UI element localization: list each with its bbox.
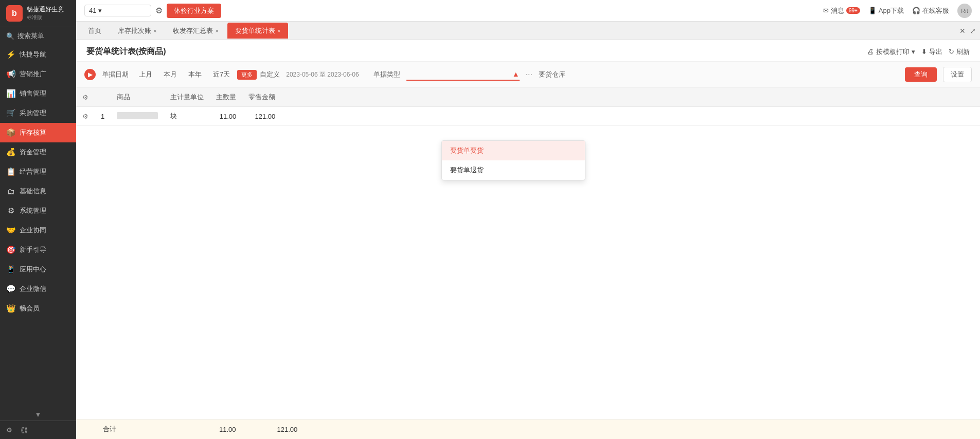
sidebar-item-inventory[interactable]: 📦库存核算 [0, 123, 76, 142]
sidebar: b 畅捷通好生意 标准版 🔍 搜索菜单 ⚡快捷导航📢营销推广📊销售管理🛒采购管理… [0, 0, 76, 439]
date-btn-this-year[interactable]: 本年 [184, 68, 206, 81]
more-filter-btn[interactable]: ··· [526, 70, 532, 79]
query-button[interactable]: 查询 [905, 67, 937, 82]
nav-label-basic: 基础信息 [20, 187, 46, 196]
tab-label-receive-summary: 收发存汇总表 [173, 26, 213, 35]
date-btn-last-7-days[interactable]: 近7天 [209, 68, 234, 81]
nav-label-wechat: 企业微信 [20, 284, 46, 294]
date-btn-hot[interactable]: 更多 [237, 70, 257, 80]
settings-icon[interactable]: ⚙ [6, 426, 12, 434]
footer-quantity: 11.00 [219, 426, 236, 433]
sidebar-nav: ⚡快捷导航📢营销推广📊销售管理🛒采购管理📦库存核算💰资金管理📋经营管理🗂基础信息… [0, 45, 76, 409]
nav-label-inventory: 库存核算 [20, 128, 46, 137]
footer-total-label: 合计 [82, 425, 116, 434]
sidebar-item-operations[interactable]: 📋经营管理 [0, 162, 76, 181]
nav-label-finance: 资金管理 [20, 148, 46, 157]
sidebar-item-shortcuts[interactable]: ⚡快捷导航 [0, 45, 76, 64]
row-amount-0: 121.00 [242, 107, 281, 126]
trial-button[interactable]: 体验行业方案 [167, 4, 221, 18]
sidebar-item-sales[interactable]: 📊销售管理 [0, 84, 76, 103]
sidebar-item-basic[interactable]: 🗂基础信息 [0, 181, 76, 201]
row-product-0 [111, 107, 164, 126]
sidebar-footer: ⚙ ⟪⟫ [0, 420, 76, 439]
col-unit: 主计量单位 [164, 88, 210, 107]
collapse-icon[interactable]: ⟪⟫ [21, 426, 28, 434]
col-index [95, 88, 111, 107]
nav-icon-basic: 🗂 [6, 187, 15, 196]
col-settings[interactable]: ⚙ [76, 88, 95, 107]
sidebar-search[interactable]: 🔍 搜索菜单 [0, 27, 76, 45]
tab-home[interactable]: 首页 [80, 23, 109, 39]
sidebar-item-wechat[interactable]: 💬企业微信 [0, 279, 76, 299]
date-btn-prev-month[interactable]: 上月 [135, 68, 156, 81]
app-download-label: App下载 [879, 6, 904, 15]
tab-stock-batch[interactable]: 库存批次账 × [110, 23, 164, 39]
export-icon: ⬇ [921, 48, 927, 56]
date-btn-this-month[interactable]: 本月 [159, 68, 181, 81]
sidebar-item-finance[interactable]: 💰资金管理 [0, 142, 76, 162]
tab-order-summary[interactable]: 要货单统计表 × [227, 23, 288, 39]
topbar-right: ✉ 消息 99+ 📱 App下载 🎧 在线客服 Rit [823, 4, 972, 18]
sidebar-item-apps[interactable]: 📱应用中心 [0, 260, 76, 279]
tenant-selector[interactable]: 41 ▾ [84, 5, 151, 16]
row-quantity-0: 11.00 [210, 107, 242, 126]
logo-icon: b [6, 5, 23, 22]
tab-close-order-summary[interactable]: × [277, 28, 280, 34]
row-settings-0[interactable]: ⚙ [76, 107, 95, 126]
app-download-icon: 📱 [868, 7, 877, 14]
sidebar-item-purchase[interactable]: 🛒采购管理 [0, 103, 76, 123]
expand-filter-button[interactable]: ▶ [84, 69, 96, 80]
export-button[interactable]: ⬇ 导出 [921, 47, 942, 57]
date-range-display: 2023-05-06 至 2023-06-06 [286, 70, 359, 79]
sidebar-item-vip[interactable]: 👑畅会员 [0, 299, 76, 318]
data-table: ⚙ 商品 主计量单位 主数量 零售金额 ⚙ 1 块 11.00 121.00 [76, 88, 980, 126]
topbar: 41 ▾ ⚙ 体验行业方案 ✉ 消息 99+ 📱 App下载 🎧 在线客服 Ri… [76, 0, 980, 22]
col-spacer [281, 88, 980, 107]
nav-icon-enterprise: 🤝 [6, 226, 15, 235]
date-custom-btn[interactable]: 自定义 [260, 70, 280, 79]
table-row: ⚙ 1 块 11.00 121.00 [76, 107, 980, 126]
tab-close-stock-batch[interactable]: × [153, 28, 156, 34]
tenant-dropdown-icon: ▾ [98, 7, 102, 14]
nav-label-enterprise: 企业协同 [20, 226, 46, 235]
nav-icon-wechat: 💬 [6, 284, 15, 294]
nav-icon-apps: 📱 [6, 265, 15, 274]
date-filter-group: 上月 本月 本年 近7天 更多 自定义 [135, 68, 280, 81]
nav-label-marketing: 营销推广 [20, 69, 46, 79]
filter-bar: ▶ 单据日期 上月 本月 本年 近7天 更多 自定义 2023-05-06 至 … [76, 62, 980, 88]
dropdown-item-purchase-order[interactable]: 要货单要货 [442, 141, 585, 160]
sidebar-item-marketing[interactable]: 📢营销推广 [0, 64, 76, 84]
user-avatar[interactable]: Rit [957, 4, 972, 18]
print-button[interactable]: 🖨 按模板打印 ▾ [867, 47, 915, 57]
support-item[interactable]: 🎧 在线客服 [912, 6, 949, 15]
nav-icon-operations: 📋 [6, 167, 15, 176]
tab-receive-summary[interactable]: 收发存汇总表 × [165, 23, 226, 39]
sidebar-scroll-down[interactable]: ▼ [0, 409, 76, 420]
tenant-name: 41 [89, 7, 96, 14]
tab-label-home: 首页 [88, 26, 101, 35]
app-download-item[interactable]: 📱 App下载 [868, 6, 904, 15]
tab-close-receive-summary[interactable]: × [215, 28, 218, 34]
dropdown-item-purchase-return[interactable]: 要货单退货 [442, 160, 585, 180]
refresh-button[interactable]: ↻ 刷新 [949, 47, 970, 57]
nav-label-guide: 新手引导 [20, 245, 46, 254]
sidebar-item-guide[interactable]: 🎯新手引导 [0, 240, 76, 260]
nav-label-shortcuts: 快捷导航 [20, 50, 46, 59]
messages-label: 消息 [831, 6, 844, 15]
table-header-row: ⚙ 商品 主计量单位 主数量 零售金额 [76, 88, 980, 107]
support-icon: 🎧 [912, 7, 920, 14]
nav-label-operations: 经营管理 [20, 167, 46, 176]
sidebar-item-enterprise[interactable]: 🤝企业协同 [0, 221, 76, 240]
expand-tabbar-icon[interactable]: ⤢ [970, 27, 976, 35]
setup-button[interactable]: 设置 [943, 67, 972, 82]
type-filter-input[interactable] [406, 69, 512, 80]
nav-icon-sales: 📊 [6, 89, 15, 98]
nav-label-sales: 销售管理 [20, 89, 46, 98]
type-filter-input-wrap: ▲ [406, 69, 520, 81]
messages-item[interactable]: ✉ 消息 99+ [823, 6, 860, 15]
sidebar-item-system[interactable]: ⚙系统管理 [0, 201, 76, 221]
topbar-settings-icon[interactable]: ⚙ [155, 6, 163, 15]
content: 要货单统计表(按商品) 🖨 按模板打印 ▾ ⬇ 导出 ↻ 刷新 ▶ [76, 40, 980, 439]
type-filter-chevron-icon[interactable]: ▲ [512, 70, 520, 78]
close-all-icon[interactable]: ✕ [959, 27, 966, 35]
